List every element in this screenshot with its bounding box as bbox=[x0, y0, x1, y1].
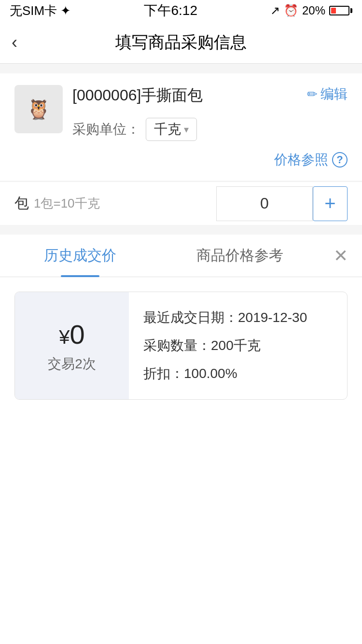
price-card-left: ¥0 交易2次 bbox=[15, 292, 129, 399]
quantity-plus-button[interactable]: + bbox=[313, 186, 348, 221]
package-conversion: 1包=10千克 bbox=[34, 195, 100, 212]
product-owl-icon: 🦉 bbox=[27, 98, 51, 121]
product-name: [0000006]手撕面包 bbox=[72, 85, 203, 106]
status-time: 下午6:12 bbox=[144, 1, 197, 20]
product-left: 🦉 [0000006]手撕面包 采购单位： 千克 ▾ bbox=[14, 85, 203, 141]
plus-icon: + bbox=[324, 193, 335, 214]
tab-content: ¥0 交易2次 最近成交日期：2019-12-30 采购数量：200千克 折扣：… bbox=[0, 277, 362, 414]
product-card: 🦉 [0000006]手撕面包 采购单位： 千克 ▾ ✏ 编辑 bbox=[0, 73, 362, 181]
package-label: 包 bbox=[14, 194, 29, 213]
back-button[interactable]: ‹ bbox=[12, 32, 17, 53]
location-icon: ↗ bbox=[270, 4, 280, 17]
page-title: 填写商品采购信息 bbox=[115, 31, 247, 54]
price-ref-row: 价格参照 ? bbox=[14, 151, 348, 169]
tab-area: 历史成交价 商品价格参考 ✕ ¥0 交易2次 最近成交日期：2019-12-30 bbox=[0, 235, 362, 414]
price-ref-label: 价格参照 bbox=[274, 151, 328, 169]
tab-product-price-ref[interactable]: 商品价格参考 bbox=[160, 235, 320, 277]
tab-history-price[interactable]: 历史成交价 bbox=[0, 235, 160, 277]
help-icon: ? bbox=[332, 152, 348, 168]
price-card-right: 最近成交日期：2019-12-30 采购数量：200千克 折扣：100.00% bbox=[129, 292, 347, 399]
unit-label: 采购单位： bbox=[72, 120, 140, 139]
quantity-row: 包 1包=10千克 + bbox=[0, 182, 362, 225]
tab-active-underline bbox=[61, 275, 99, 277]
quantity-controls: + bbox=[216, 186, 348, 221]
product-info: [0000006]手撕面包 采购单位： 千克 ▾ bbox=[72, 85, 203, 141]
battery-icon bbox=[329, 6, 352, 15]
product-header: 🦉 [0000006]手撕面包 采购单位： 千克 ▾ ✏ 编辑 bbox=[14, 85, 348, 141]
purchase-quantity-value: 200千克 bbox=[211, 338, 261, 353]
carrier-text: 无SIM卡 ✦ bbox=[10, 2, 71, 19]
edit-button[interactable]: ✏ 编辑 bbox=[307, 85, 348, 103]
product-unit-row: 采购单位： 千克 ▾ bbox=[72, 118, 203, 141]
battery-percent: 20% bbox=[302, 4, 325, 17]
back-icon: ‹ bbox=[12, 32, 17, 53]
price-value: 0 bbox=[70, 319, 85, 350]
quantity-input[interactable] bbox=[216, 186, 313, 221]
tab-close-button[interactable]: ✕ bbox=[320, 235, 362, 277]
bottom-fill bbox=[0, 414, 362, 644]
discount-label: 折扣： bbox=[143, 366, 184, 381]
tab-history-price-label: 历史成交价 bbox=[44, 246, 116, 266]
close-icon: ✕ bbox=[334, 246, 348, 266]
status-bar: 无SIM卡 ✦ 下午6:12 ↗ ⏰ 20% bbox=[0, 0, 362, 21]
unit-select[interactable]: 千克 ▾ bbox=[146, 118, 197, 141]
alarm-icon: ⏰ bbox=[284, 4, 298, 17]
quantity-row-detail: 采购数量：200千克 bbox=[143, 336, 333, 356]
quantity-unit-info: 包 1包=10千克 bbox=[14, 194, 100, 213]
price-amount: ¥0 bbox=[59, 319, 84, 350]
unit-value: 千克 bbox=[154, 120, 181, 139]
discount-row: 折扣：100.00% bbox=[143, 364, 333, 384]
edit-icon: ✏ bbox=[307, 87, 318, 102]
price-card: ¥0 交易2次 最近成交日期：2019-12-30 采购数量：200千克 折扣：… bbox=[14, 292, 348, 400]
unit-dropdown-arrow: ▾ bbox=[184, 124, 189, 135]
purchase-quantity-label: 采购数量： bbox=[143, 338, 211, 353]
tab-header: 历史成交价 商品价格参考 ✕ bbox=[0, 235, 362, 277]
status-left: 无SIM卡 ✦ bbox=[10, 2, 71, 19]
tab-product-price-ref-label: 商品价格参考 bbox=[196, 246, 283, 266]
currency-symbol: ¥ bbox=[59, 326, 70, 348]
recent-date-value: 2019-12-30 bbox=[238, 310, 307, 325]
recent-date-label: 最近成交日期： bbox=[143, 310, 238, 325]
price-ref-button[interactable]: 价格参照 ? bbox=[274, 151, 348, 169]
nav-bar: ‹ 填写商品采购信息 bbox=[0, 21, 362, 64]
trade-count: 交易2次 bbox=[48, 355, 96, 373]
recent-date-row: 最近成交日期：2019-12-30 bbox=[143, 308, 333, 328]
status-right: ↗ ⏰ 20% bbox=[270, 4, 352, 17]
discount-value: 100.00% bbox=[184, 366, 237, 381]
product-thumbnail: 🦉 bbox=[14, 85, 63, 133]
